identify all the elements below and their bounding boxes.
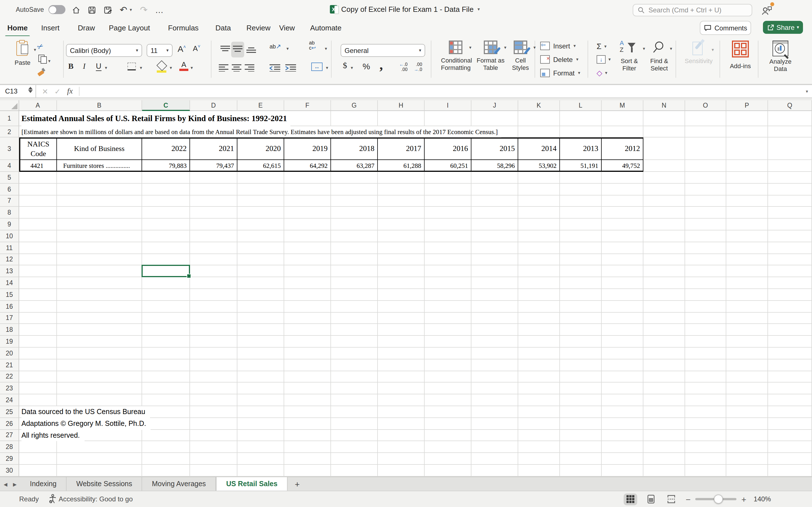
- cell-C5[interactable]: [142, 172, 190, 184]
- cell-F11[interactable]: [284, 242, 331, 254]
- cell-A13[interactable]: [19, 266, 57, 277]
- cell-F26[interactable]: [284, 418, 331, 430]
- cell-J15[interactable]: [471, 289, 518, 301]
- cell-P5[interactable]: [726, 172, 768, 184]
- save-icon[interactable]: [86, 4, 98, 16]
- align-bottom-button[interactable]: [245, 43, 258, 57]
- people-presence-icon[interactable]: [761, 4, 773, 16]
- row-header-5[interactable]: 5: [0, 172, 19, 184]
- cell-M23[interactable]: [602, 383, 644, 395]
- delete-cells-button[interactable]: × Delete ▾: [540, 55, 578, 64]
- cell-O2[interactable]: [685, 126, 726, 137]
- cell-J5[interactable]: [471, 172, 518, 184]
- cell-P2[interactable]: [726, 126, 768, 137]
- cell-C6[interactable]: [142, 184, 190, 195]
- cell-N6[interactable]: [644, 184, 685, 195]
- cell-M13[interactable]: [602, 266, 644, 277]
- cell-F14[interactable]: [284, 277, 331, 289]
- cell-H26[interactable]: [378, 418, 424, 430]
- cell-F13[interactable]: [284, 266, 331, 277]
- cell-H25[interactable]: [378, 406, 424, 418]
- cell-C14[interactable]: [142, 277, 190, 289]
- cell-L9[interactable]: [560, 219, 602, 230]
- borders-chevron-icon[interactable]: ▾: [140, 65, 142, 70]
- cell-K27[interactable]: [518, 430, 560, 441]
- cell-O16[interactable]: [685, 301, 726, 313]
- fill-handle[interactable]: [186, 274, 191, 278]
- paste-button[interactable]: ▾ Paste: [8, 40, 37, 66]
- normal-view-button[interactable]: [624, 493, 637, 505]
- cell-D30[interactable]: [190, 465, 238, 476]
- sheet-tab-website-sessions[interactable]: Website Sessions: [67, 477, 142, 491]
- column-header-F[interactable]: F: [284, 100, 331, 111]
- cell-N10[interactable]: [644, 230, 685, 242]
- cell-J20[interactable]: [471, 348, 518, 359]
- cell-J22[interactable]: [471, 371, 518, 383]
- cell-L30[interactable]: [560, 465, 602, 476]
- cell-N29[interactable]: [644, 453, 685, 465]
- table-header-year-2012[interactable]: 2012: [602, 137, 644, 160]
- cell-D12[interactable]: [190, 254, 238, 266]
- cell-G21[interactable]: [331, 359, 378, 371]
- column-header-B[interactable]: B: [57, 100, 142, 111]
- format-as-table-button[interactable]: ▾ Format as Table: [476, 41, 505, 71]
- cell-N13[interactable]: [644, 266, 685, 277]
- increase-font-button[interactable]: A˄: [177, 44, 186, 54]
- cell-I14[interactable]: [424, 277, 471, 289]
- cell-J8[interactable]: [471, 207, 518, 219]
- cell-F12[interactable]: [284, 254, 331, 266]
- cell-L13[interactable]: [560, 266, 602, 277]
- cell-B22[interactable]: [57, 371, 142, 383]
- cell-L23[interactable]: [560, 383, 602, 395]
- cell-C17[interactable]: [142, 313, 190, 324]
- cell-I19[interactable]: [424, 336, 471, 348]
- cell-Q2[interactable]: [768, 126, 812, 137]
- cell-C16[interactable]: [142, 301, 190, 313]
- decrease-indent-button[interactable]: [269, 64, 280, 74]
- table-cell-value-10[interactable]: 53,902: [518, 160, 560, 172]
- row-header-14[interactable]: 14: [0, 277, 19, 289]
- cell-L24[interactable]: [560, 394, 602, 406]
- cell-C24[interactable]: [142, 394, 190, 406]
- cell-L22[interactable]: [560, 371, 602, 383]
- cell-K15[interactable]: [518, 289, 560, 301]
- cell-Q15[interactable]: [768, 289, 812, 301]
- cell-I1[interactable]: [424, 111, 471, 126]
- cell-I29[interactable]: [424, 453, 471, 465]
- cell-K14[interactable]: [518, 277, 560, 289]
- row-header-30[interactable]: 30: [0, 465, 19, 476]
- cell-E18[interactable]: [238, 324, 284, 336]
- cell-B17[interactable]: [57, 313, 142, 324]
- cell-L25[interactable]: [560, 406, 602, 418]
- cell-Q27[interactable]: [768, 430, 812, 441]
- cell-O13[interactable]: [685, 266, 726, 277]
- cell-E12[interactable]: [238, 254, 284, 266]
- ribbon-tab-home[interactable]: Home: [7, 22, 28, 34]
- column-header-Q[interactable]: Q: [768, 100, 812, 111]
- ribbon-tab-data[interactable]: Data: [215, 22, 231, 34]
- cell-A21[interactable]: [19, 359, 57, 371]
- column-header-C[interactable]: C: [142, 100, 190, 111]
- cell-L10[interactable]: [560, 230, 602, 242]
- ribbon-tab-draw[interactable]: Draw: [78, 22, 95, 34]
- cell-D25[interactable]: [190, 406, 238, 418]
- cell-Q5[interactable]: [768, 172, 812, 184]
- cell-F28[interactable]: [284, 441, 331, 453]
- cell-M2[interactable]: [602, 126, 644, 137]
- cell-E11[interactable]: [238, 242, 284, 254]
- cell-O17[interactable]: [685, 313, 726, 324]
- cell-M14[interactable]: [602, 277, 644, 289]
- cell-K5[interactable]: [518, 172, 560, 184]
- cell-P12[interactable]: [726, 254, 768, 266]
- cell-E26[interactable]: [238, 418, 284, 430]
- column-header-P[interactable]: P: [726, 100, 768, 111]
- cell-I23[interactable]: [424, 383, 471, 395]
- cell-K6[interactable]: [518, 184, 560, 195]
- cell-B29[interactable]: [57, 453, 142, 465]
- cell-G27[interactable]: [331, 430, 378, 441]
- cancel-entry-icon[interactable]: ✕: [40, 85, 51, 98]
- cell-D14[interactable]: [190, 277, 238, 289]
- cell-M10[interactable]: [602, 230, 644, 242]
- cell-G26[interactable]: [331, 418, 378, 430]
- cell-K18[interactable]: [518, 324, 560, 336]
